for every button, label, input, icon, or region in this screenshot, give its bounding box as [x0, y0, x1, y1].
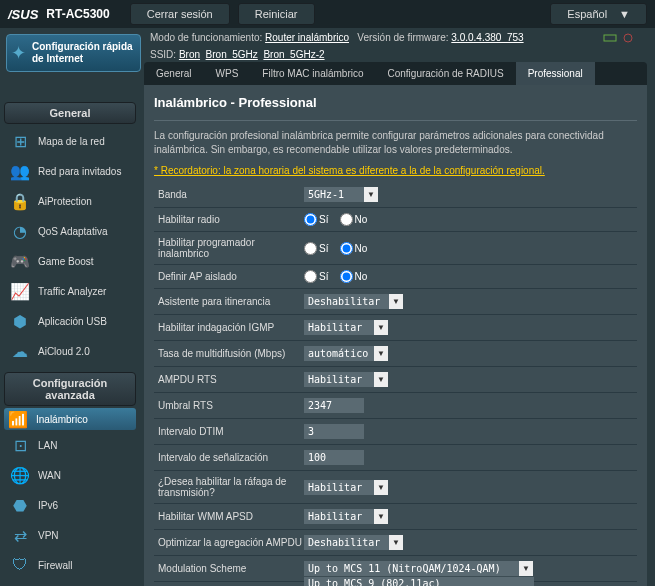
tab-general[interactable]: General: [144, 62, 204, 85]
reboot-button[interactable]: Reiniciar: [238, 3, 315, 25]
band-label: Banda: [154, 189, 304, 200]
sidebar-item-ipv6[interactable]: ⬣IPv6: [4, 490, 136, 520]
shield-icon: 🛡: [10, 556, 30, 574]
nav-group-general: General: [4, 102, 136, 124]
sidebar-item-wireless[interactable]: 📶Inalámbrico: [4, 408, 136, 430]
sidebar-item-map[interactable]: ⊞Mapa de la red: [4, 126, 136, 156]
fw-label: Versión de firmware:: [357, 32, 448, 43]
ssid2-link[interactable]: Bron_5GHz: [206, 49, 258, 60]
sched-label: Habilitar programador inalambrico: [154, 237, 304, 259]
ssid-label: SSID:: [150, 49, 176, 60]
wifi-icon: 📶: [8, 410, 28, 428]
mode-link[interactable]: Router inalámbrico: [265, 32, 349, 43]
tab-macfilter[interactable]: Filtro MAC inalámbrico: [250, 62, 375, 85]
page-desc: La configuración profesional inalámbrica…: [154, 129, 637, 157]
ampdurts-select[interactable]: Habilitar▼: [304, 372, 388, 387]
wmm-select[interactable]: Habilitar▼: [304, 509, 388, 524]
sidebar-item-firewall[interactable]: 🛡Firewall: [4, 550, 136, 580]
radio-label: Habilitar radio: [154, 214, 304, 225]
chevron-down-icon: ▼: [374, 509, 388, 524]
chevron-down-icon: ▼: [389, 294, 403, 309]
sidebar-item-lan[interactable]: ⊡LAN: [4, 430, 136, 460]
nav-group-advanced: Configuración avanzada: [4, 372, 136, 406]
svg-point-1: [624, 34, 632, 42]
sidebar: General ⊞Mapa de la red 👥Red para invita…: [0, 62, 140, 586]
roam-select[interactable]: Deshabilitar▼: [304, 294, 403, 309]
sched-yes[interactable]: Sí: [304, 242, 328, 255]
quick-setup-label: Configuración rápida de Internet: [32, 41, 136, 65]
igmp-label: Habilitar indagación IGMP: [154, 322, 304, 333]
wmm-label: Habilitar WMM APSD: [154, 511, 304, 522]
ssid1-link[interactable]: Bron: [179, 49, 200, 60]
apiso-no[interactable]: No: [340, 270, 368, 283]
chevron-down-icon: ▼: [374, 372, 388, 387]
reminder-link[interactable]: * Recordatorio: la zona horaria del sist…: [154, 165, 637, 176]
logout-button[interactable]: Cerrar sesión: [130, 3, 230, 25]
chart-icon: 📈: [10, 282, 30, 300]
model-label: RT-AC5300: [46, 7, 109, 21]
brand-logo: /SUS: [8, 7, 38, 22]
tab-wps[interactable]: WPS: [204, 62, 251, 85]
language-select[interactable]: Español▼: [550, 3, 647, 25]
burst-label: ¿Desea habilitar la ráfaga de transmisió…: [154, 476, 304, 498]
rts-label: Umbral RTS: [154, 400, 304, 411]
burst-select[interactable]: Habilitar▼: [304, 480, 388, 495]
chevron-down-icon: ▼: [364, 187, 378, 202]
band-select[interactable]: 5GHz-1▼: [304, 187, 378, 202]
link-status-icon: [621, 32, 635, 44]
sidebar-item-usb[interactable]: ⬢Aplicación USB: [4, 306, 136, 336]
roam-label: Asistente para itinerancia: [154, 296, 304, 307]
ampduagg-label: Optimizar la agregación AMPDU: [154, 537, 304, 548]
mod-dropdown-list: Up to MCS 9 (802.11ac) Up to MCS 11 (Nit…: [304, 577, 534, 586]
fw-link[interactable]: 3.0.0.4.380_753: [451, 32, 523, 43]
beacon-input[interactable]: [304, 450, 364, 465]
sidebar-item-traffic[interactable]: 📈Traffic Analyzer: [4, 276, 136, 306]
mod-select[interactable]: Up to MCS 11 (NitroQAM/1024-QAM)▼: [304, 561, 533, 576]
usb-icon: ⬢: [10, 312, 30, 330]
vpn-icon: ⇄: [10, 526, 30, 544]
sidebar-item-wan[interactable]: 🌐WAN: [4, 460, 136, 490]
gamepad-icon: 🎮: [10, 252, 30, 270]
sidebar-item-vpn[interactable]: ⇄VPN: [4, 520, 136, 550]
lan-icon: ⊡: [10, 436, 30, 454]
page-title: Inalámbrico - Professional: [154, 95, 637, 121]
tabs: General WPS Filtro MAC inalámbrico Confi…: [144, 62, 647, 85]
radio-yes[interactable]: Sí: [304, 213, 328, 226]
mode-label: Modo de funcionamiento:: [150, 32, 262, 43]
svg-rect-0: [604, 35, 616, 41]
chevron-down-icon: ▼: [374, 346, 388, 361]
network-icon: ⊞: [10, 132, 30, 150]
mod-label: Modulation Scheme: [154, 563, 304, 574]
apiso-yes[interactable]: Sí: [304, 270, 328, 283]
sidebar-item-guest[interactable]: 👥Red para invitados: [4, 156, 136, 186]
mcast-label: Tasa de multidifusión (Mbps): [154, 348, 304, 359]
sidebar-item-qos[interactable]: ◔QoS Adaptativa: [4, 216, 136, 246]
cloud-icon: ☁: [10, 342, 30, 360]
chevron-down-icon: ▼: [389, 535, 403, 550]
radio-no[interactable]: No: [340, 213, 368, 226]
dtim-input[interactable]: [304, 424, 364, 439]
globe-icon: ✦: [11, 42, 26, 64]
chevron-down-icon: ▼: [374, 320, 388, 335]
gauge-icon: ◔: [10, 222, 30, 240]
sched-no[interactable]: No: [340, 242, 368, 255]
tab-professional[interactable]: Professional: [516, 62, 595, 85]
beacon-label: Intervalo de señalización: [154, 452, 304, 463]
usb-status-icon: [603, 32, 617, 44]
ampduagg-select[interactable]: Deshabilitar▼: [304, 535, 403, 550]
igmp-select[interactable]: Habilitar▼: [304, 320, 388, 335]
mod-option-0[interactable]: Up to MCS 9 (802.11ac): [304, 577, 534, 586]
chevron-down-icon: ▼: [519, 561, 533, 576]
dtim-label: Intervalo DTIM: [154, 426, 304, 437]
mcast-select[interactable]: automático▼: [304, 346, 388, 361]
wan-icon: 🌐: [10, 466, 30, 484]
ssid3-link[interactable]: Bron_5GHz-2: [263, 49, 324, 60]
sidebar-item-aicloud[interactable]: ☁AiCloud 2.0: [4, 336, 136, 366]
tab-radius[interactable]: Configuración de RADIUS: [376, 62, 516, 85]
sidebar-item-aiprotection[interactable]: 🔒AiProtection: [4, 186, 136, 216]
apiso-label: Definir AP aislado: [154, 271, 304, 282]
sidebar-item-gameboost[interactable]: 🎮Game Boost: [4, 246, 136, 276]
ampdurts-label: AMPDU RTS: [154, 374, 304, 385]
rts-input[interactable]: [304, 398, 364, 413]
quick-setup-button[interactable]: ✦ Configuración rápida de Internet: [6, 34, 141, 72]
